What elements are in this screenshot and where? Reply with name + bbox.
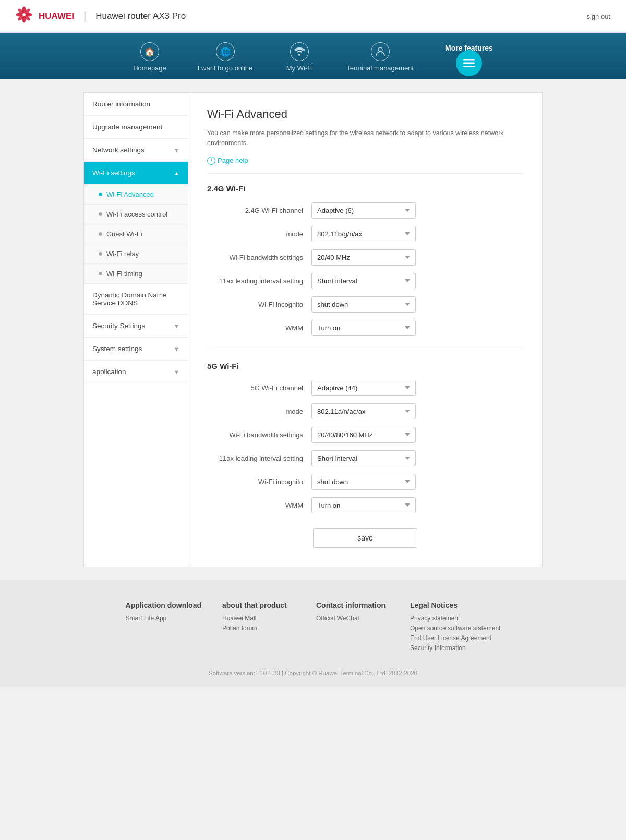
sidebar-item-network-settings[interactable]: Network settings ▼: [84, 139, 188, 162]
5g-bandwidth-row: Wi-Fi bandwidth settings 20/40/80/160 MH…: [207, 427, 523, 443]
sidebar-item-application[interactable]: application ▼: [84, 361, 188, 383]
24g-channel-select[interactable]: Adaptive (6): [311, 202, 416, 219]
svg-rect-10: [463, 62, 475, 64]
page-help-link[interactable]: i Page help: [207, 157, 523, 174]
5g-bandwidth-select[interactable]: 20/40/80/160 MHz: [311, 427, 416, 443]
wifi-icon: [290, 42, 309, 61]
footer-privacy-statement[interactable]: Privacy statement: [410, 615, 500, 622]
24g-wmm-select[interactable]: Turn on: [311, 320, 416, 336]
save-button[interactable]: save: [313, 528, 417, 548]
page-help-label: Page help: [218, 157, 248, 164]
24g-bandwidth-select[interactable]: 20/40 MHz: [311, 249, 416, 266]
inactive-dot-icon-4: [99, 272, 102, 275]
router-model: Huawei router AX3 Pro: [95, 11, 186, 21]
footer-huawei-mall[interactable]: Huawei Mall: [222, 615, 295, 622]
sidebar-item-router-info[interactable]: Router information: [84, 93, 188, 116]
wifi-sub-menu: Wi-Fi Advanced Wi-Fi access control Gues…: [84, 185, 188, 284]
logo-divider: |: [83, 10, 86, 22]
wifi-relay-label: Wi-Fi relay: [106, 250, 139, 258]
hamburger-svg: [463, 59, 475, 67]
sidebar-system-label: System settings: [92, 345, 142, 353]
content-area: Wi-Fi Advanced You can make more persona…: [188, 92, 543, 567]
section-divider: [207, 349, 523, 349]
5g-incognito-row: Wi-Fi incognito shut down: [207, 474, 523, 490]
guest-wifi-label: Guest Wi-Fi: [106, 230, 142, 238]
sidebar-item-system[interactable]: System settings ▼: [84, 338, 188, 361]
5g-mode-select[interactable]: 802.11a/n/ac/ax: [311, 403, 416, 419]
huawei-logo-svg: [16, 6, 32, 23]
footer-security-info[interactable]: Security Information: [410, 644, 500, 652]
section-5g-title: 5G Wi-Fi: [207, 362, 523, 370]
24g-interval-row: 11ax leading interval setting Short inte…: [207, 273, 523, 289]
section-24g-title: 2.4G Wi-Fi: [207, 184, 523, 193]
sign-out-button[interactable]: sign out: [586, 13, 610, 20]
sidebar-wifi-label: Wi-Fi settings: [92, 169, 135, 177]
svg-rect-9: [463, 59, 475, 61]
wifi-chevron-icon: ▲: [174, 170, 179, 176]
footer-col-product: about that product Huawei Mall Pollen fo…: [222, 601, 295, 654]
footer-col-download: Application download Smart Life App: [126, 601, 201, 654]
sidebar-sub-wifi-timing[interactable]: Wi-Fi timing: [84, 264, 188, 284]
5g-interval-select[interactable]: Short interval: [311, 450, 416, 466]
5g-incognito-label: Wi-Fi incognito: [207, 478, 311, 486]
active-dot-icon: [99, 193, 102, 196]
sidebar-item-security[interactable]: Security Settings ▼: [84, 315, 188, 338]
nav-homepage-label: Homepage: [133, 64, 166, 72]
nav-more-features[interactable]: More features: [429, 42, 509, 76]
nav-homepage[interactable]: 🏠 Homepage: [117, 38, 182, 79]
nav-my-wifi[interactable]: My Wi-Fi: [268, 38, 331, 79]
nav-go-online[interactable]: 🌐 I want to go online: [182, 38, 269, 79]
24g-mode-select[interactable]: 802.11b/g/n/ax: [311, 226, 416, 242]
sidebar-item-ddns[interactable]: Dynamic Domain Name Service DDNS: [84, 284, 188, 315]
main-container: Router information Upgrade management Ne…: [83, 92, 543, 567]
help-circle-icon: i: [207, 157, 215, 165]
24g-incognito-select[interactable]: shut down: [311, 296, 416, 313]
5g-channel-label: 5G Wi-Fi channel: [207, 384, 311, 392]
24g-bandwidth-row: Wi-Fi bandwidth settings 20/40 MHz: [207, 249, 523, 266]
more-features-icon: [456, 50, 482, 76]
sidebar: Router information Upgrade management Ne…: [83, 92, 188, 567]
wifi-access-control-label: Wi-Fi access control: [106, 210, 167, 218]
nav-my-wifi-label: My Wi-Fi: [286, 64, 313, 72]
footer-smart-life-app[interactable]: Smart Life App: [126, 615, 201, 622]
sidebar-item-wifi-settings[interactable]: Wi-Fi settings ▲: [84, 162, 188, 185]
application-chevron-icon: ▼: [174, 369, 179, 375]
sidebar-sub-guest-wifi[interactable]: Guest Wi-Fi: [84, 224, 188, 244]
sidebar-sub-wifi-access-control[interactable]: Wi-Fi access control: [84, 205, 188, 224]
top-header: HUAWEI | Huawei router AX3 Pro sign out: [0, 0, 626, 33]
footer-product-title: about that product: [222, 601, 295, 609]
footer-pollen-forum[interactable]: Pollen forum: [222, 625, 295, 632]
nav-go-online-label: I want to go online: [198, 64, 253, 72]
5g-wmm-row: WMM Turn on: [207, 497, 523, 513]
sidebar-sub-wifi-advanced[interactable]: Wi-Fi Advanced: [84, 185, 188, 205]
footer: Application download Smart Life App abou…: [0, 580, 626, 687]
sidebar-sub-wifi-relay[interactable]: Wi-Fi relay: [84, 244, 188, 264]
footer-contact-title: Contact information: [316, 601, 389, 609]
24g-incognito-row: Wi-Fi incognito shut down: [207, 296, 523, 313]
globe-icon: 🌐: [216, 42, 235, 61]
footer-col-legal: Legal Notices Privacy statement Open sou…: [410, 601, 500, 654]
network-chevron-icon: ▼: [174, 147, 179, 153]
24g-interval-select[interactable]: Short interval: [311, 273, 416, 289]
footer-open-source[interactable]: Open source software statement: [410, 625, 500, 632]
page-title: Wi-Fi Advanced: [207, 107, 523, 121]
5g-channel-select[interactable]: Adaptive (44): [311, 380, 416, 396]
5g-bandwidth-label: Wi-Fi bandwidth settings: [207, 431, 311, 439]
inactive-dot-icon-3: [99, 252, 102, 256]
5g-wmm-select[interactable]: Turn on: [311, 497, 416, 513]
24g-mode-row: mode 802.11b/g/n/ax: [207, 226, 523, 242]
5g-incognito-select[interactable]: shut down: [311, 474, 416, 490]
footer-eula[interactable]: End User License Agreement: [410, 634, 500, 642]
sidebar-item-upgrade[interactable]: Upgrade management: [84, 116, 188, 139]
nav-bar: 🏠 Homepage 🌐 I want to go online My Wi-F…: [0, 33, 626, 79]
24g-channel-row: 2.4G Wi-Fi channel Adaptive (6): [207, 202, 523, 219]
footer-official-wechat[interactable]: Official WeChat: [316, 615, 389, 622]
footer-copyright: Software version:10.0.5.33 | Copyright ©…: [0, 670, 626, 676]
5g-wmm-label: WMM: [207, 501, 311, 509]
svg-point-8: [378, 47, 382, 52]
wifi-timing-label: Wi-Fi timing: [106, 270, 142, 278]
nav-terminal[interactable]: Terminal management: [331, 38, 429, 79]
svg-rect-11: [463, 66, 475, 67]
sidebar-upgrade-label: Upgrade management: [92, 123, 162, 131]
system-chevron-icon: ▼: [174, 346, 179, 352]
